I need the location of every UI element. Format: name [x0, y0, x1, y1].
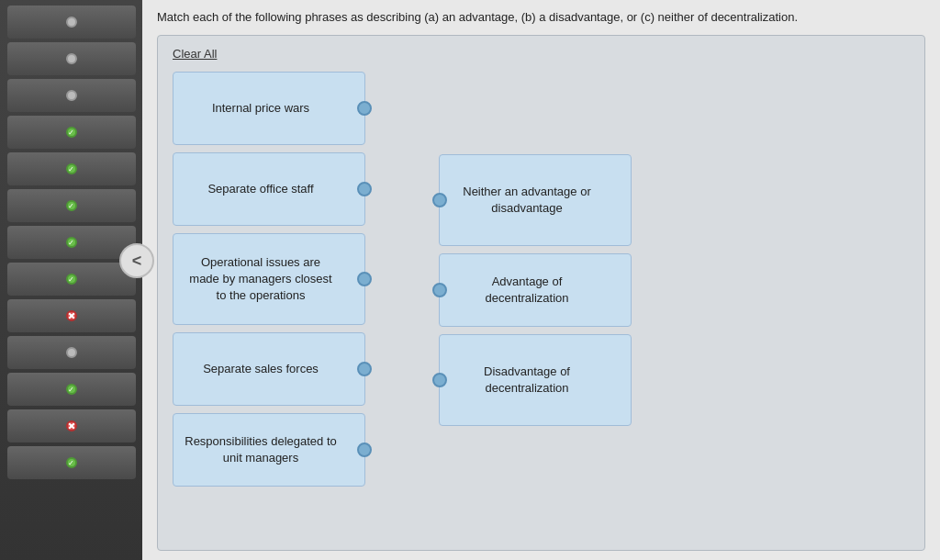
dot-3: [66, 90, 77, 101]
sidebar-item-1[interactable]: [7, 6, 136, 39]
dot-1: [66, 17, 77, 28]
sidebar-item-9[interactable]: [7, 299, 136, 332]
sidebar-item-4[interactable]: [7, 116, 136, 149]
dot-2: [66, 53, 77, 64]
connector-right-3: [357, 272, 372, 286]
sidebar-item-7[interactable]: [7, 226, 136, 259]
connector-left-1: [432, 193, 447, 207]
dot-13: [66, 457, 77, 468]
connector-right-5: [357, 442, 372, 457]
dot-10: [66, 347, 77, 358]
left-column: Internal price wars Separate office staf…: [173, 72, 365, 487]
dot-4: [66, 127, 77, 138]
left-card-1[interactable]: Internal price wars: [173, 72, 365, 145]
sidebar-item-6[interactable]: [7, 189, 136, 222]
instruction-text: Match each of the following phrases as d…: [157, 9, 925, 26]
right-card-3[interactable]: Disadvantage of decentralization: [439, 334, 632, 426]
back-button[interactable]: <: [119, 243, 154, 278]
right-column: Neither an advantage or disadvantage Adv…: [439, 154, 632, 426]
dot-12: [66, 420, 77, 431]
connector-left-3: [432, 373, 447, 387]
sidebar-item-12[interactable]: [7, 409, 136, 442]
dot-11: [66, 384, 77, 395]
sidebar-item-5[interactable]: [7, 152, 136, 185]
sidebar: [0, 0, 142, 560]
right-card-1[interactable]: Neither an advantage or disadvantage: [439, 154, 632, 246]
dot-8: [66, 274, 77, 285]
connector-right-4: [357, 362, 372, 376]
sidebar-item-8[interactable]: [7, 263, 136, 296]
main-content: Match each of the following phrases as d…: [142, 0, 940, 560]
dot-7: [66, 237, 77, 248]
left-card-3[interactable]: Operational issues are made by managers …: [173, 233, 365, 325]
connector-right-2: [357, 182, 372, 196]
connector-right-1: [357, 101, 372, 116]
left-card-2[interactable]: Separate office staff: [173, 152, 365, 226]
left-card-4[interactable]: Separate sales forces: [173, 332, 365, 406]
dot-5: [66, 163, 77, 174]
sidebar-item-11[interactable]: [7, 373, 136, 406]
sidebar-item-13[interactable]: [7, 446, 136, 479]
dot-9: [66, 310, 77, 321]
left-card-5[interactable]: Responsibilities delegated to unit manag…: [173, 413, 365, 487]
match-area: Clear All Internal price wars Separate o…: [157, 35, 925, 551]
dot-6: [66, 200, 77, 211]
sidebar-item-10[interactable]: [7, 336, 136, 369]
sidebar-item-2[interactable]: [7, 42, 136, 75]
columns: Internal price wars Separate office staf…: [173, 72, 910, 487]
right-card-2[interactable]: Advantage of decentralization: [439, 253, 632, 327]
sidebar-item-3[interactable]: [7, 79, 136, 112]
connector-left-2: [432, 283, 447, 297]
clear-all-button[interactable]: Clear All: [173, 47, 910, 61]
